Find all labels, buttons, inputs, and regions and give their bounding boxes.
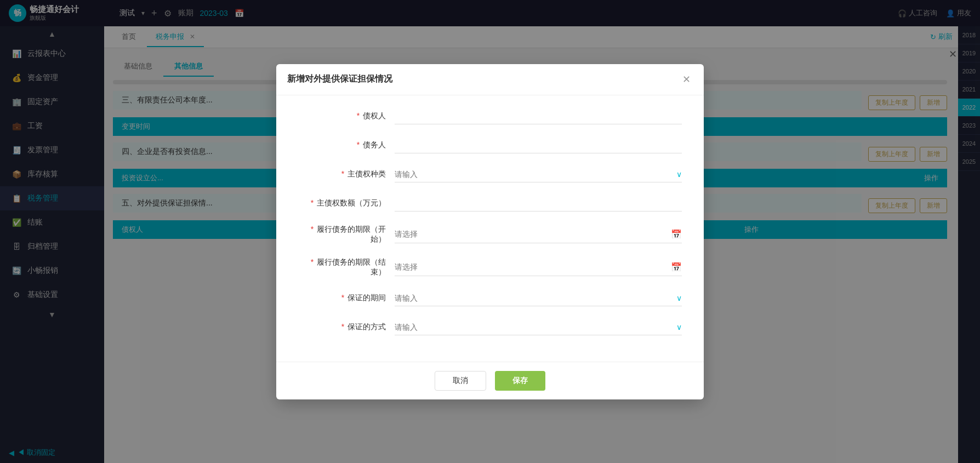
debtor-label: * 债务人: [298, 140, 386, 150]
period-end-calendar-icon[interactable]: 📅: [671, 262, 682, 272]
required-asterisk: *: [341, 293, 344, 302]
modal-close-button[interactable]: ✕: [680, 73, 693, 86]
modal-dialog: 新增对外提供保证担保情况 ✕ * 债权人 * 债务人: [276, 64, 704, 399]
period-start-input[interactable]: [395, 230, 671, 238]
debt-type-select-wrap: ∨: [395, 167, 682, 182]
required-asterisk: *: [311, 258, 314, 266]
modal-header: 新增对外提供保证担保情况 ✕: [276, 64, 704, 95]
required-asterisk: *: [311, 225, 314, 233]
guarantee-method-select-wrap: ∨: [395, 319, 682, 335]
guarantee-period-input[interactable]: [395, 294, 676, 302]
form-row-period-end: * 履行债务的期限（结束） 📅: [298, 258, 682, 277]
guarantee-method-label: * 保证的方式: [298, 322, 386, 332]
guarantee-period-label: * 保证的期间: [298, 293, 386, 303]
form-row-creditor: * 债权人: [298, 108, 682, 124]
debt-amount-label: * 主债权数额（万元）: [298, 198, 386, 208]
debt-type-label: * 主债权种类: [298, 169, 386, 179]
debt-type-input[interactable]: [395, 170, 676, 179]
modal-body: * 债权人 * 债务人 * 主债权种类: [276, 95, 704, 362]
debtor-input[interactable]: [395, 138, 682, 153]
required-asterisk: *: [341, 322, 344, 331]
form-row-debt-type: * 主债权种类 ∨: [298, 167, 682, 182]
cancel-button[interactable]: 取消: [435, 371, 486, 391]
debt-amount-input[interactable]: [395, 196, 682, 212]
form-row-guarantee-method: * 保证的方式 ∨: [298, 319, 682, 335]
period-start-date-wrap: 📅: [395, 226, 682, 243]
period-end-date-wrap: 📅: [395, 259, 682, 276]
modal-overlay[interactable]: 新增对外提供保证担保情况 ✕ * 债权人 * 债务人: [0, 0, 980, 463]
required-asterisk: *: [357, 111, 360, 120]
guarantee-period-dropdown-icon[interactable]: ∨: [676, 294, 682, 302]
modal-title: 新增对外提供保证担保情况: [287, 73, 392, 85]
debt-type-dropdown-icon[interactable]: ∨: [676, 170, 682, 179]
period-start-calendar-icon[interactable]: 📅: [671, 229, 682, 239]
guarantee-method-dropdown-icon[interactable]: ∨: [676, 323, 682, 331]
form-row-debtor: * 债务人: [298, 138, 682, 153]
creditor-input[interactable]: [395, 108, 682, 124]
modal-footer: 取消 保存: [276, 362, 704, 399]
period-start-label: * 履行债务的期限（开始）: [298, 225, 386, 244]
required-asterisk: *: [357, 140, 360, 149]
form-row-guarantee-period: * 保证的期间 ∨: [298, 290, 682, 306]
period-end-input[interactable]: [395, 262, 671, 271]
guarantee-period-select-wrap: ∨: [395, 290, 682, 306]
required-asterisk: *: [341, 169, 344, 178]
period-end-label: * 履行债务的期限（结束）: [298, 258, 386, 277]
guarantee-method-input[interactable]: [395, 323, 676, 331]
required-asterisk: *: [311, 198, 314, 207]
creditor-label: * 债权人: [298, 111, 386, 121]
form-row-debt-amount: * 主债权数额（万元）: [298, 196, 682, 212]
save-button[interactable]: 保存: [495, 371, 545, 391]
form-row-period-start: * 履行债务的期限（开始） 📅: [298, 225, 682, 244]
